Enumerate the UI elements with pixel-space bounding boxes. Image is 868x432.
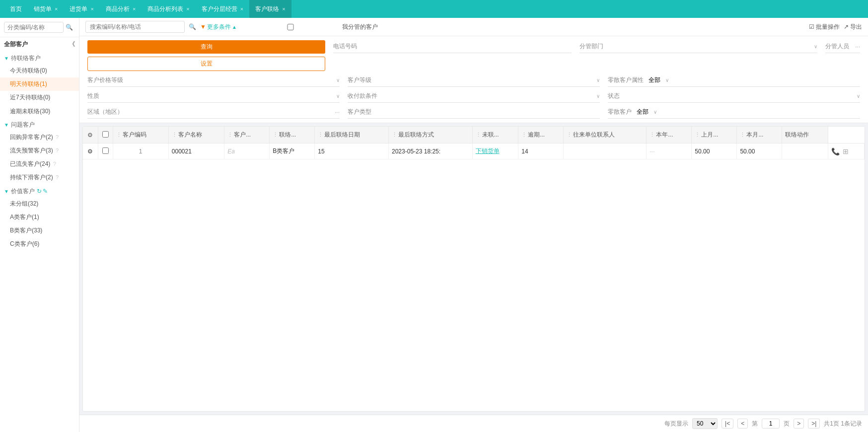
my-customer-checkbox-area[interactable]: 我分管的客户 (241, 23, 378, 31)
col-this-year: ⋮本年... (647, 127, 692, 144)
filter-row-1: 电话号码 分管部门 ∨ 分管人员 ··· 查询 设置 (87, 40, 860, 71)
search-input[interactable] (85, 21, 185, 33)
filter-phone: 电话号码 (333, 40, 571, 53)
row-num: 1 (113, 144, 168, 159)
filter-status[interactable]: 状态 ∨ (608, 90, 860, 103)
total-records: 共1页 1条记录 (824, 420, 862, 428)
bulk-ops-button[interactable]: ☑ 批量操作 (809, 23, 840, 31)
nav-home[interactable]: 首页 (4, 0, 28, 18)
sidebar-item-a-class[interactable]: A类客户(1) (0, 211, 79, 224)
close-purchase-order[interactable]: × (90, 6, 93, 12)
page-input[interactable] (762, 419, 780, 429)
chevron-up-icon: ▲ (232, 24, 237, 30)
sidebar-item-churn-warning[interactable]: 流失预警客户(3) ? (0, 144, 79, 157)
export-icon: ↗ (844, 23, 849, 30)
row-overdue (564, 144, 647, 159)
col-gear[interactable]: ⚙ (83, 127, 98, 144)
triangle-icon: ▼ (4, 56, 9, 61)
nav-product-analysis-list[interactable]: 商品分析列表 × (142, 0, 195, 18)
nav-sales-order[interactable]: 销货单 × (28, 0, 64, 18)
table-footer: 每页显示 50 100 200 |< < 第 页 > >| 共1页 1条记录 (79, 415, 868, 432)
filter-customer-type[interactable]: 客户类型 (348, 106, 600, 119)
close-customer-contact[interactable]: × (282, 6, 285, 12)
top-nav: 首页 销货单 × 进货单 × 商品分析 × 商品分析列表 × 客户分层经营 × … (0, 0, 868, 18)
customer-level-chevron: ∨ (596, 77, 600, 83)
sidebar-item-declining[interactable]: 持续下滑客户(2) ? (0, 171, 79, 184)
first-page-button[interactable]: |< (722, 419, 733, 429)
export-button[interactable]: ↗ 导出 (844, 23, 862, 31)
close-product-analysis[interactable]: × (133, 6, 136, 12)
sidebar-item-overdue-contact[interactable]: 逾期未联络(30) (0, 105, 79, 118)
manager-dots-icon[interactable]: ··· (855, 43, 860, 50)
help-icon-1: ? (56, 134, 59, 140)
col-last-contact-method: ⋮最后联络方式 (389, 127, 473, 144)
pending-contact-group: ▼ 待联络客户 (0, 52, 79, 64)
row-settings[interactable]: ⚙ (83, 144, 98, 159)
select-all-checkbox[interactable] (102, 131, 109, 138)
row-unlinked: 14 (518, 144, 564, 159)
filter-dept[interactable]: 分管部门 ∨ (579, 40, 817, 53)
query-button[interactable]: 查询 (87, 40, 325, 54)
my-customer-checkbox[interactable] (241, 24, 340, 30)
filter-retail-attr[interactable]: 零散客户属性 全部 ∨ (608, 74, 860, 87)
close-customer-tier[interactable]: × (240, 6, 243, 12)
next-page-button[interactable]: > (794, 419, 804, 429)
status-chevron: ∨ (857, 93, 860, 99)
page-label: 第 (752, 420, 758, 428)
nav-customer-tier[interactable]: 客户分层经营 × (196, 0, 249, 18)
value-group-refresh[interactable]: ↻ (37, 188, 42, 195)
nav-product-analysis[interactable]: 商品分析 × (100, 0, 142, 18)
sidebar-item-churned[interactable]: 已流失客户(24) ? (0, 157, 79, 171)
sidebar-item-ungrouped[interactable]: 未分组(32) (0, 197, 79, 211)
filter-retail-customer[interactable]: 零散客户 全部 ∨ (608, 106, 860, 119)
row-last-contact-method[interactable]: 下销货单 (472, 144, 518, 159)
more-filter-button[interactable]: ▼ 更多条件 ▲ (200, 23, 237, 31)
col-customer-type: ⋮客户... (224, 127, 270, 144)
col-select-all[interactable] (98, 127, 113, 144)
retail-customer-chevron: ∨ (653, 109, 657, 115)
per-page-select[interactable]: 50 100 200 (692, 418, 718, 429)
filter-customer-level[interactable]: 客户等级 ∨ (348, 74, 600, 87)
dept-chevron-icon: ∨ (814, 44, 817, 49)
sidebar-item-7days-contact[interactable]: 近7天待联络(0) (0, 91, 79, 104)
nav-purchase-order[interactable]: 进货单 × (64, 0, 99, 18)
sidebar-item-c-class[interactable]: C类客户(6) (0, 237, 79, 251)
row-action-grid-icon[interactable]: ⊞ (843, 147, 849, 155)
col-contact-count: ⋮联络... (270, 127, 315, 144)
filter-row-3: 性质 ∨ 收付款条件 ∨ 状态 ∨ (87, 90, 860, 103)
filter-region[interactable]: 区域（地区） ··· (87, 106, 340, 119)
search-button-icon[interactable]: 🔍 (189, 23, 196, 30)
last-page-button[interactable]: >| (808, 419, 820, 429)
page-suffix: 页 (784, 420, 790, 428)
search-bar-right: ☑ 批量操作 ↗ 导出 (809, 23, 862, 31)
filter-price-level[interactable]: 客户价格等级 ∨ (87, 74, 340, 87)
value-group-edit[interactable]: ✎ (43, 188, 48, 195)
close-product-analysis-list[interactable]: × (186, 6, 189, 12)
all-customers-header[interactable]: 全部客户 《 (0, 37, 79, 52)
sidebar-search-icon[interactable]: 🔍 (66, 24, 73, 31)
filter-payment[interactable]: 收付款条件 ∨ (348, 90, 600, 103)
collapse-icon[interactable]: 《 (69, 40, 75, 49)
sidebar-search-input[interactable] (4, 22, 64, 33)
sidebar-item-today-contact[interactable]: 今天待联络(0) (0, 64, 79, 77)
row-checkbox[interactable] (98, 144, 113, 159)
nav-customer-contact[interactable]: 客户联络 × (249, 0, 291, 18)
filter-manager[interactable]: 分管人员 ··· (825, 40, 860, 53)
prev-page-button[interactable]: < (737, 419, 748, 429)
settings-button[interactable]: 设置 (87, 57, 325, 71)
sidebar-item-b-class[interactable]: B类客户(33) (0, 224, 79, 237)
retail-attr-chevron: ∨ (665, 77, 669, 83)
table-header-row: ⚙ ⋮客户编码 ⋮客户名称 ⋮客户... ⋮联络... ⋮最后联络日期 ⋮最后联… (83, 127, 865, 144)
col-last-contact-date: ⋮最后联络日期 (315, 127, 389, 144)
region-dots-icon[interactable]: ··· (335, 109, 340, 116)
col-customer-code: ⋮客户编码 (113, 127, 168, 144)
row-action-phone-icon[interactable]: 📞 (831, 147, 840, 155)
sidebar-item-repurchase-abnormal[interactable]: 回购异常客户(2) ? (0, 131, 79, 144)
sidebar-item-tomorrow-contact[interactable]: 明天待联络(1) (0, 77, 79, 91)
filter-gender[interactable]: 性质 ∨ (87, 90, 340, 103)
col-overdue: ⋮逾期... (518, 127, 564, 144)
close-sales-order[interactable]: × (55, 6, 58, 12)
data-table: ⚙ ⋮客户编码 ⋮客户名称 ⋮客户... ⋮联络... ⋮最后联络日期 ⋮最后联… (83, 127, 865, 159)
row-this-month (782, 144, 828, 159)
col-last-month: ⋮上月... (692, 127, 737, 144)
